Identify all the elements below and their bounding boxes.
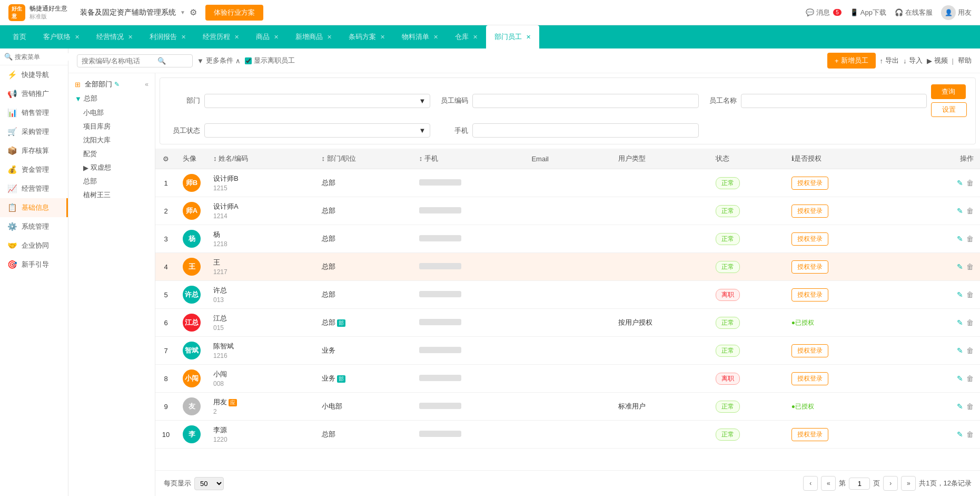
th-name[interactable]: ↕ 姓名/编码 (207, 149, 315, 169)
edit-button[interactable]: ✎ (957, 207, 963, 215)
set-button[interactable]: 设置 (931, 102, 967, 117)
user-area[interactable]: 👤 用友 (941, 5, 972, 20)
nav-item-purchase[interactable]: 🛒 采购管理 (0, 122, 68, 141)
dept-collapse-icon[interactable]: « (145, 81, 149, 88)
edit-button[interactable]: ✎ (957, 235, 963, 243)
nav-item-sales[interactable]: 📊 销售管理 (0, 103, 68, 122)
tree-item-hq-parent[interactable]: ▼ 总部 (68, 91, 155, 106)
message-btn[interactable]: 💬 消息 5 (806, 8, 842, 17)
tab-employees-close[interactable]: ✕ (526, 34, 531, 41)
import-button[interactable]: ↓ 导入 (903, 56, 923, 65)
filter-status-select[interactable]: ▼ (204, 123, 430, 138)
search-input[interactable] (82, 57, 155, 65)
tab-goods[interactable]: 商品 ✕ (248, 25, 287, 48)
tab-warehouse-close[interactable]: ✕ (473, 34, 478, 41)
tab-history[interactable]: 经营历程 ✕ (194, 25, 248, 48)
edit-button[interactable]: ✎ (957, 262, 963, 271)
auth-button[interactable]: 授权登录 (791, 372, 828, 385)
filter-code-input[interactable] (472, 94, 698, 108)
tab-bom-close[interactable]: ✕ (433, 34, 438, 41)
tab-warehouse[interactable]: 仓库 ✕ (447, 25, 486, 48)
system-title-dropdown[interactable]: ▼ (180, 9, 185, 15)
auth-button[interactable]: 授权登录 (791, 288, 828, 302)
tree-item-sy-store[interactable]: 沈阳大库 (79, 133, 155, 147)
edit-button[interactable]: ✎ (957, 179, 963, 187)
search-button[interactable]: 查询 (931, 84, 966, 99)
settings-icon[interactable]: ⚙ (163, 155, 169, 163)
edit-button[interactable]: ✎ (957, 402, 963, 411)
tab-barcode-close[interactable]: ✕ (380, 34, 385, 41)
auth-button[interactable]: 授权登录 (791, 428, 828, 441)
add-employee-button[interactable]: + 新增员工 (827, 53, 876, 69)
delete-button[interactable]: 🗑 (966, 235, 974, 243)
delete-button[interactable]: 🗑 (966, 402, 974, 411)
th-settings[interactable]: ⚙ (155, 149, 176, 169)
show-resigned-checkbox[interactable]: 显示离职员工 (245, 56, 295, 65)
app-download-btn[interactable]: 📱 App下载 (850, 8, 886, 17)
export-button[interactable]: ↑ 导出 (880, 56, 899, 65)
delete-button[interactable]: 🗑 (966, 290, 974, 299)
auth-button[interactable]: 授权登录 (791, 232, 828, 246)
auth-button[interactable]: 授权登录 (791, 177, 828, 190)
nav-item-inventory[interactable]: 📦 库存核算 (0, 141, 68, 160)
tree-item-plant[interactable]: 植树王三 (79, 188, 155, 202)
th-dept[interactable]: ↕ 部门/职位 (315, 149, 413, 169)
tree-item-delivery[interactable]: 配货 (79, 147, 155, 161)
filter-phone-input[interactable] (472, 123, 698, 138)
tree-item-dual[interactable]: ▶ 双虚想 (79, 161, 155, 174)
tab-customer-close[interactable]: ✕ (75, 34, 80, 41)
nav-item-guide[interactable]: 🎯 新手引导 (0, 255, 68, 274)
gear-icon[interactable]: ⚙ (190, 7, 197, 17)
video-button[interactable]: ▶ 视频 (927, 56, 948, 65)
auth-button[interactable]: 授权登录 (791, 260, 828, 274)
th-phone[interactable]: ↕ 手机 (413, 149, 526, 169)
tab-add-goods[interactable]: 新增商品 ✕ (287, 25, 340, 48)
tab-barcode[interactable]: 条码方案 ✕ (340, 25, 393, 48)
edit-button[interactable]: ✎ (957, 374, 963, 383)
delete-button[interactable]: 🗑 (966, 374, 974, 383)
tab-employees[interactable]: 部门员工 ✕ (486, 25, 539, 48)
help-button[interactable]: 帮助 (958, 56, 972, 65)
page-size-select[interactable]: 50 100 (194, 477, 224, 490)
edit-button[interactable]: ✎ (957, 290, 963, 299)
dept-edit-icon[interactable]: ✎ (114, 81, 120, 88)
tab-ops-close[interactable]: ✕ (128, 34, 133, 41)
edit-button[interactable]: ✎ (957, 430, 963, 439)
more-filters-btn[interactable]: ▼ 更多条件 ∧ (197, 56, 241, 65)
tab-profit[interactable]: 利润报告 ✕ (141, 25, 194, 48)
online-service-btn[interactable]: 🎧 在线客服 (895, 8, 933, 17)
tab-history-close[interactable]: ✕ (234, 34, 239, 41)
edit-button[interactable]: ✎ (957, 318, 963, 327)
tab-goods-close[interactable]: ✕ (274, 34, 279, 41)
auth-button[interactable]: 授权登录 (791, 205, 828, 218)
tab-profit-close[interactable]: ✕ (181, 34, 186, 41)
page-input[interactable] (849, 478, 870, 490)
tab-ops[interactable]: 经营情况 ✕ (88, 25, 141, 48)
search-icon[interactable]: 🔍 (157, 57, 166, 65)
last-page-btn[interactable]: » (901, 476, 916, 491)
filter-dept-select[interactable]: ▼ (204, 94, 430, 108)
tab-customer[interactable]: 客户联络 ✕ (35, 25, 88, 48)
tree-item-hq2[interactable]: 总部 (79, 174, 155, 188)
nav-item-basic-info[interactable]: 📋 基础信息 (0, 198, 68, 217)
nav-item-system[interactable]: ⚙️ 系统管理 (0, 217, 68, 236)
delete-button[interactable]: 🗑 (966, 207, 974, 215)
next-page-btn[interactable]: › (883, 476, 898, 491)
delete-button[interactable]: 🗑 (966, 430, 974, 439)
tab-add-goods-close[interactable]: ✕ (327, 34, 332, 41)
nav-item-coop[interactable]: 🤝 企业协同 (0, 236, 68, 255)
delete-button[interactable]: 🗑 (966, 179, 974, 187)
show-resigned-input[interactable] (245, 57, 252, 64)
tree-item-proj-store[interactable]: 项目库房 (79, 120, 155, 133)
prev-page-btn[interactable]: ‹ (803, 476, 818, 491)
delete-button[interactable]: 🗑 (966, 346, 974, 355)
nav-item-marketing[interactable]: 📢 营销推广 (0, 84, 68, 103)
first-page-btn[interactable]: « (821, 476, 836, 491)
tab-home[interactable]: 首页 (4, 25, 35, 48)
nav-item-finance[interactable]: 💰 资金管理 (0, 160, 68, 179)
tab-bom[interactable]: 物料清单 ✕ (393, 25, 447, 48)
nav-item-management[interactable]: 📈 经营管理 (0, 179, 68, 198)
delete-button[interactable]: 🗑 (966, 318, 974, 327)
trial-button[interactable]: 体验行业方案 (205, 5, 263, 21)
nav-item-quick[interactable]: ⚡ 快捷导航 (0, 65, 68, 84)
